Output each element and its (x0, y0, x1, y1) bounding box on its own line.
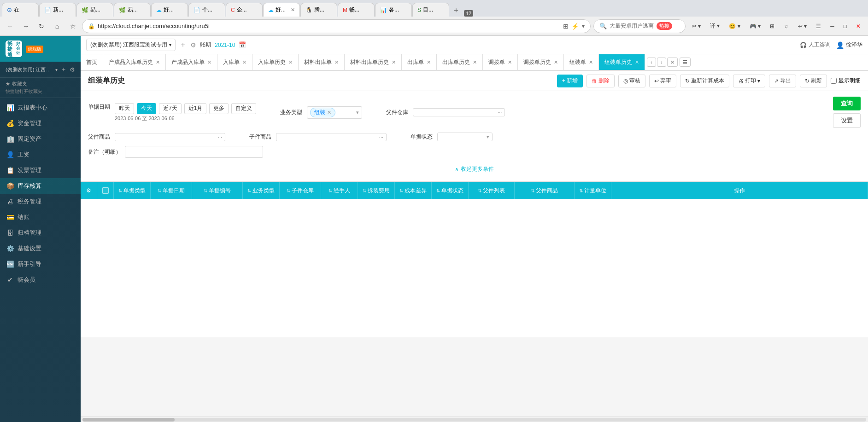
content-tab-instock-history[interactable]: 入库单历史 ✕ (252, 54, 299, 70)
instock-history-close[interactable]: ✕ (288, 59, 293, 65)
content-tab-production-history[interactable]: 产成品入库单历史 ✕ (103, 54, 166, 70)
th-cost-diff[interactable]: ⇅ 成本差异 (395, 182, 432, 199)
parent-warehouse-expand-icon[interactable]: ··· (498, 110, 502, 115)
minimize-btn[interactable]: ─ (827, 20, 838, 33)
th-dismantle-cost[interactable]: ⇅ 拆装费用 (358, 182, 395, 199)
home-button[interactable]: ⌂ (51, 20, 64, 33)
parent-warehouse-input[interactable]: ··· (413, 108, 505, 116)
collapse-btn[interactable]: ∧ 收起更多条件 (88, 162, 861, 176)
content-tab-outstock-history[interactable]: 出库单历史 ✕ (437, 54, 483, 70)
show-detail-checkbox[interactable] (831, 78, 837, 84)
content-tab-transfer[interactable]: 调拨单 ✕ (483, 54, 518, 70)
delete-btn[interactable]: 🗑 删除 (586, 75, 615, 87)
emoji-btn[interactable]: 😊 ▾ (725, 20, 744, 33)
transfer-history-close[interactable]: ✕ (554, 59, 558, 65)
browser-tab-9[interactable]: 🐧 腾... (300, 3, 337, 17)
query-btn[interactable]: 查询 (833, 97, 861, 110)
th-status[interactable]: ⇅ 单据状态 (432, 182, 469, 199)
parent-goods-input[interactable]: ··· (115, 133, 225, 141)
th-checkbox[interactable] (97, 182, 114, 199)
browser-tab-3[interactable]: 🌿 易... (76, 3, 113, 17)
print-btn[interactable]: 🖨 打印 ▾ (733, 75, 765, 87)
tab-close-8[interactable]: ✕ (291, 7, 295, 13)
th-biz-type[interactable]: ⇅ 业务类型 (243, 182, 280, 199)
company-settings-icon[interactable]: ⚙ (70, 66, 75, 73)
undo-btn[interactable]: ↩ ▾ (794, 20, 810, 33)
game-btn[interactable]: 🎮 ▾ (746, 20, 764, 33)
th-unit[interactable]: ⇅ 计量单位 (575, 182, 611, 199)
th-type[interactable]: ⇅ 单据类型 (114, 182, 151, 199)
browser-tab-6[interactable]: 📄 个... (188, 3, 225, 17)
production-history-close[interactable]: ✕ (156, 59, 160, 65)
translate-btn[interactable]: 译 ▾ (706, 20, 723, 33)
transfer-close[interactable]: ✕ (508, 59, 512, 65)
settings-btn[interactable]: 设置 (833, 113, 861, 128)
sidebar-item-inventory[interactable]: 📦 库存核算 (0, 178, 81, 194)
address-expand-icon[interactable]: ▾ (582, 23, 585, 29)
production-close[interactable]: ✕ (207, 59, 211, 65)
th-parent-list[interactable]: ⇅ 父件列表 (469, 182, 515, 199)
brightness-btn[interactable]: ☼ (780, 20, 792, 33)
bill-status-select[interactable]: ▾ (437, 133, 493, 141)
grid-btn[interactable]: ⊞ (766, 20, 778, 33)
bookmark-title[interactable]: ★ 收藏夹 (6, 81, 75, 87)
address-bar[interactable]: 🔒 https://cloud.chanjet.com/accounting/u… (82, 19, 591, 33)
sidebar-item-basic-settings[interactable]: ⚙️ 基础设置 (0, 241, 81, 256)
material-outstock-close[interactable]: ✕ (334, 59, 339, 65)
abandon-btn[interactable]: ↩ 弃审 (649, 75, 676, 87)
bottom-scrollbar[interactable] (81, 416, 868, 422)
child-goods-dots[interactable]: ··· (379, 134, 383, 140)
new-tab-button[interactable]: ＋ (450, 4, 463, 17)
assembly-close[interactable]: ✕ (589, 59, 593, 65)
date-btn-yesterday[interactable]: 昨天 (115, 103, 134, 114)
sidebar-item-guide[interactable]: 🆕 新手引导 (0, 256, 81, 272)
sidebar-item-fixed-assets[interactable]: 🏢 固定资产 (0, 131, 81, 147)
back-button[interactable]: ← (4, 20, 17, 33)
recalculate-btn[interactable]: ↻ 重新计算成本 (680, 75, 729, 87)
th-parent-goods[interactable]: ⇅ 父件商品 (515, 182, 575, 199)
browser-tab-5[interactable]: ☁ 好... (151, 3, 188, 17)
add-company-icon[interactable]: ＋ (179, 40, 187, 50)
th-number[interactable]: ⇅ 单据编号 (192, 182, 243, 199)
sidebar-company[interactable]: (勿删勿禁用) 江西服宝测试专用 ▾ ＋ ⚙ (0, 62, 81, 78)
content-tab-assembly[interactable]: 组装单 ✕ (564, 54, 599, 70)
browser-tab-12[interactable]: S 目... (412, 3, 449, 17)
instock-close[interactable]: ✕ (242, 59, 246, 65)
forward-button[interactable]: → (19, 20, 32, 33)
tab-next-btn[interactable]: › (657, 58, 666, 67)
sidebar-item-tax[interactable]: 🖨 税务管理 (0, 194, 81, 209)
content-tab-material-outstock[interactable]: 材料出库单 ✕ (299, 54, 345, 70)
bill-status-expand-icon[interactable]: ▾ (487, 134, 489, 140)
content-tab-material-outstock-history[interactable]: 材料出库单历史 ✕ (345, 54, 402, 70)
bookmark-button[interactable]: ☆ (66, 20, 79, 33)
sidebar-item-archive[interactable]: 🗄 归档管理 (0, 225, 81, 241)
browser-tab-10[interactable]: M 畅... (338, 3, 375, 17)
scrollbar-track[interactable] (82, 418, 866, 422)
th-settings[interactable]: ⚙ (81, 182, 97, 199)
company-add-icon[interactable]: ＋ (60, 65, 67, 74)
tab-close-all-btn[interactable]: ✕ (667, 58, 678, 67)
service-btn[interactable]: 🎧 人工咨询 (800, 41, 831, 49)
refresh-btn[interactable]: ↻ 刷新 (800, 75, 827, 87)
sidebar-item-salary[interactable]: 👤 工资 (0, 147, 81, 162)
menu-btn[interactable]: ☰ (812, 20, 825, 33)
date-btn-more[interactable]: 更多 (209, 103, 229, 114)
browser-tab-11[interactable]: 📊 各... (375, 3, 412, 17)
sidebar-item-member[interactable]: ✔ 畅会员 (0, 272, 81, 288)
company-selector[interactable]: (勿删勿禁用) 江西服宝测试专用 ▾ (86, 39, 176, 51)
content-tab-production[interactable]: 产成品入库单 ✕ (166, 54, 217, 70)
maximize-btn[interactable]: □ (840, 20, 850, 33)
th-date[interactable]: ⇅ 单据日期 (151, 182, 192, 199)
outstock-history-close[interactable]: ✕ (473, 59, 477, 65)
date-btn-7days[interactable]: 近7天 (159, 103, 182, 114)
remark-input[interactable] (125, 146, 263, 158)
select-all-checkbox[interactable] (102, 187, 109, 194)
sidebar-item-capital[interactable]: 💰 资金管理 (0, 116, 81, 131)
browser-tab-7[interactable]: C 企... (226, 3, 263, 17)
content-tab-outstock[interactable]: 出库单 ✕ (402, 54, 437, 70)
tab-more-options-btn[interactable]: ☰ (680, 58, 691, 67)
period-selector[interactable]: 账期 2021-10 📅 (200, 41, 246, 49)
browser-tab-8[interactable]: ☁ 好... ✕ (263, 3, 300, 17)
parent-goods-dots[interactable]: ··· (218, 134, 222, 140)
date-btn-today[interactable]: 今天 (137, 103, 156, 114)
